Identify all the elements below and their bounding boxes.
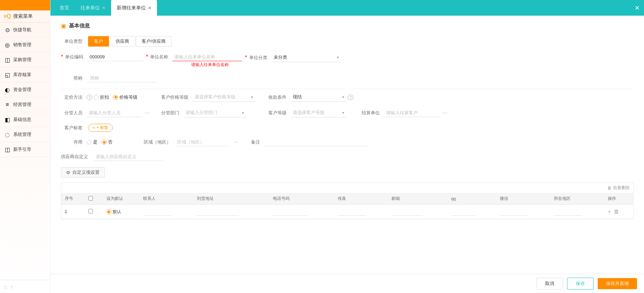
tab-label-partners: 往来单位: [80, 5, 100, 11]
table-header-address: 到货地址: [194, 193, 269, 205]
batch-delete-button[interactable]: 🗑 批量删除: [607, 185, 630, 191]
tab-partners[interactable]: 往来单位✕: [75, 0, 111, 16]
cell-email: [388, 205, 448, 219]
contact-input-0[interactable]: [143, 207, 171, 216]
manager-input[interactable]: [87, 109, 142, 117]
sidebar-item-system[interactable]: ◌ 系统管理: [0, 127, 50, 142]
pricing-discount-option[interactable]: 折扣: [94, 94, 109, 100]
cell-actions: + 🗑: [604, 205, 633, 219]
settlement-more-button[interactable]: ···: [441, 110, 448, 116]
save-new-button[interactable]: 保存并新增: [598, 278, 637, 289]
batch-delete-label: 批量删除: [613, 185, 630, 191]
pricing-level-option[interactable]: 价格等级: [113, 94, 138, 100]
disabled-radio-group: 是 否: [87, 139, 112, 145]
address-input-0[interactable]: [197, 207, 239, 216]
add-row-button-0[interactable]: +: [608, 209, 611, 215]
cancel-button[interactable]: 取消: [536, 278, 563, 290]
delete-row-button-0[interactable]: 🗑: [614, 209, 619, 215]
settlement-unit-input[interactable]: [384, 109, 440, 117]
sidebar-item-purchase[interactable]: ◫ 采购管理: [0, 52, 50, 67]
disabled-yes-label: 是: [93, 139, 97, 145]
cell-region: [550, 205, 604, 219]
payment-terms-label: 收款条件: [268, 94, 289, 100]
table-header-wechat: 微信: [496, 193, 550, 205]
cell-fax: [334, 205, 388, 219]
default-radio-0[interactable]: [107, 209, 111, 214]
tab-new-partner[interactable]: 新增往来单位✕: [111, 0, 157, 16]
region-label: 区域（地区）: [144, 139, 174, 145]
unit-code-label: 单位编码: [65, 54, 86, 60]
sidebar-item-quick-nav[interactable]: ⊙ 快捷导航: [0, 23, 50, 38]
region-table-input-0[interactable]: [554, 207, 582, 216]
disabled-yes-radio: [87, 140, 92, 145]
disabled-yes-option[interactable]: 是: [87, 139, 97, 145]
required-star2: *: [146, 54, 148, 60]
search-label: 搜索菜单: [13, 13, 33, 19]
unit-name-input[interactable]: [172, 53, 242, 61]
region-input[interactable]: [175, 138, 231, 146]
pricing-radio-group: 折扣 价格等级: [94, 94, 138, 100]
tab-close-partners[interactable]: ✕: [102, 6, 105, 10]
sidebar-footer: ⌂ ♪: [0, 280, 50, 293]
table-header-region: 所在地区: [550, 193, 604, 205]
tab-close-new-partner[interactable]: ✕: [148, 6, 151, 10]
quick-nav-icon: ⊙: [3, 26, 11, 34]
cell-seq: 1: [61, 205, 85, 219]
sidebar-item-sales[interactable]: ◎ 销售管理: [0, 38, 50, 52]
region-more-button[interactable]: ···: [232, 139, 239, 145]
basic-info-icon: ◧: [3, 116, 11, 123]
sidebar-search[interactable]: ≡Q 搜索菜单: [0, 10, 50, 23]
settlement-unit-label: 结算单位: [362, 110, 383, 116]
pricing-help-icon[interactable]: ?: [87, 95, 92, 100]
unit-type-label: 单位类型: [61, 38, 85, 44]
tab-label-home: 首页: [60, 5, 69, 11]
pricing-discount-label: 折扣: [100, 94, 109, 100]
search-icon: ≡Q: [3, 13, 11, 19]
type-btn-both[interactable]: 客户/供应商: [136, 36, 172, 47]
sidebar-item-label-system: 系统管理: [13, 131, 31, 138]
customer-price-level-select[interactable]: 请选择客户价格等级 ▾: [193, 92, 255, 102]
type-btn-customer[interactable]: 客户: [88, 36, 109, 47]
supplier-custom-label: 供应商自定义: [61, 154, 91, 160]
sidebar-item-label-quick-nav: 快捷导航: [13, 27, 31, 33]
finance-icon: ◐: [3, 86, 11, 93]
email-input-0[interactable]: [392, 207, 423, 216]
row-checkbox-0[interactable]: [88, 209, 93, 213]
operations-icon: ≡: [3, 101, 11, 108]
payment-terms-select[interactable]: 现结 ▾: [291, 92, 346, 102]
qq-input-0[interactable]: [451, 207, 476, 216]
region-field: 区域（地区） ···: [144, 138, 248, 146]
sidebar-item-operations[interactable]: ≡ 经营管理: [0, 97, 50, 112]
window-close-button[interactable]: ✕: [635, 5, 640, 11]
unit-category-select[interactable]: 未分类 ▾: [272, 53, 341, 62]
gear-icon: ⚙: [66, 170, 70, 175]
wechat-input-0[interactable]: [500, 207, 528, 216]
fax-input-0[interactable]: [338, 207, 366, 216]
manager-more-button[interactable]: ···: [144, 110, 151, 116]
sidebar-item-basic-info[interactable]: ◧ 基础信息: [0, 112, 50, 127]
save-button[interactable]: 保存: [567, 278, 594, 290]
pricing-discount-radio: [94, 95, 99, 100]
customer-level-select[interactable]: 请选择客户等级 ▾: [291, 108, 346, 117]
payment-help-icon[interactable]: ?: [348, 95, 353, 100]
tab-home[interactable]: 首页: [54, 0, 75, 16]
customer-price-level-placeholder: 请选择客户价格等级: [195, 94, 250, 100]
type-btn-supplier[interactable]: 供应商: [110, 36, 135, 47]
abbr-input[interactable]: [88, 74, 158, 82]
section-title: 基本信息: [69, 23, 90, 29]
department-select[interactable]: 请输入分管部门 ▾: [183, 108, 246, 117]
custom-settings-button[interactable]: ⚙ 自定义项设置: [61, 167, 105, 178]
disabled-no-option[interactable]: 否: [102, 139, 112, 145]
supplier-custom-input[interactable]: [94, 153, 163, 161]
phone-input-0[interactable]: [273, 207, 308, 216]
select-all-checkbox[interactable]: [88, 196, 93, 201]
custom-settings-section: ⚙ 自定义项设置: [61, 167, 634, 178]
purchase-icon: ◫: [3, 56, 11, 64]
add-tag-button[interactable]: + + 标签: [88, 124, 113, 132]
sidebar-item-finance[interactable]: ◐ 资金管理: [0, 82, 50, 97]
remark-input[interactable]: [264, 138, 369, 146]
unit-code-input[interactable]: [87, 53, 143, 61]
sidebar-item-inventory[interactable]: ◱ 库存核算: [0, 67, 50, 82]
remark-label: 备注: [251, 139, 263, 145]
sidebar-item-guide[interactable]: ◫ 新手引导: [0, 142, 50, 157]
